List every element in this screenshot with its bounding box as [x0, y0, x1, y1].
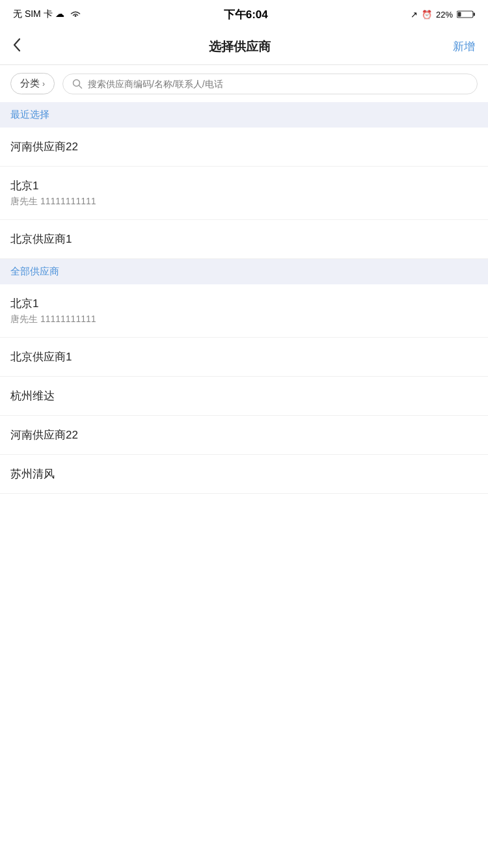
list-item[interactable]: 杭州维达: [0, 377, 488, 416]
all-section-label: 全部供应商: [10, 265, 59, 277]
list-item[interactable]: 北京1唐先生 11111111111: [0, 284, 488, 338]
sim-text: 无 SIM 卡 ☁: [13, 8, 64, 20]
svg-rect-2: [458, 12, 461, 17]
wifi-icon: [70, 10, 81, 19]
item-name: 苏州清风: [10, 467, 478, 481]
list-item[interactable]: 苏州清风: [0, 455, 488, 494]
location-icon: ↗: [411, 10, 418, 20]
all-items-list: 北京1唐先生 11111111111北京供应商1杭州维达河南供应商22苏州清风: [0, 284, 488, 494]
chevron-right-icon: ›: [42, 79, 45, 88]
item-name: 河南供应商22: [10, 427, 478, 442]
list-item[interactable]: 河南供应商22: [0, 128, 488, 167]
svg-line-4: [79, 85, 82, 88]
list-item[interactable]: 北京1唐先生 11111111111: [0, 167, 488, 220]
recent-items-list: 河南供应商22北京1唐先生 11111111111北京供应商1: [0, 128, 488, 259]
battery-text: 22%: [436, 10, 453, 20]
status-right: ↗ ⏰ 22%: [411, 10, 475, 20]
recent-section-header: 最近选择: [0, 102, 488, 128]
item-sub: 唐先生 11111111111: [10, 314, 478, 325]
list-item[interactable]: 北京供应商1: [0, 220, 488, 259]
list-item[interactable]: 北京供应商1: [0, 338, 488, 377]
item-name: 杭州维达: [10, 388, 478, 403]
item-name: 北京1: [10, 178, 478, 193]
page-title: 选择供应商: [209, 38, 271, 55]
item-name: 河南供应商22: [10, 139, 478, 154]
filter-bar: 分类 ›: [0, 65, 488, 102]
alarm-icon: ⏰: [422, 10, 432, 20]
category-label: 分类: [20, 77, 40, 90]
status-time: 下午6:04: [224, 7, 268, 22]
add-button[interactable]: 新增: [453, 39, 475, 54]
svg-rect-1: [474, 13, 476, 16]
all-section-header: 全部供应商: [0, 259, 488, 284]
category-button[interactable]: 分类 ›: [10, 73, 55, 94]
recent-section-label: 最近选择: [10, 109, 49, 120]
list-item[interactable]: 河南供应商22: [0, 416, 488, 455]
status-left: 无 SIM 卡 ☁: [13, 8, 81, 20]
nav-bar: 选择供应商 新增: [0, 29, 488, 65]
back-button[interactable]: [8, 33, 26, 61]
item-sub: 唐先生 11111111111: [10, 196, 478, 208]
item-name: 北京供应商1: [10, 232, 478, 247]
battery-icon: [457, 10, 475, 19]
item-name: 北京供应商1: [10, 349, 478, 364]
item-name: 北京1: [10, 296, 478, 311]
search-box: [62, 74, 478, 94]
search-icon: [72, 79, 83, 89]
status-bar: 无 SIM 卡 ☁ 下午6:04 ↗ ⏰ 22%: [0, 0, 488, 29]
search-input[interactable]: [88, 79, 468, 89]
